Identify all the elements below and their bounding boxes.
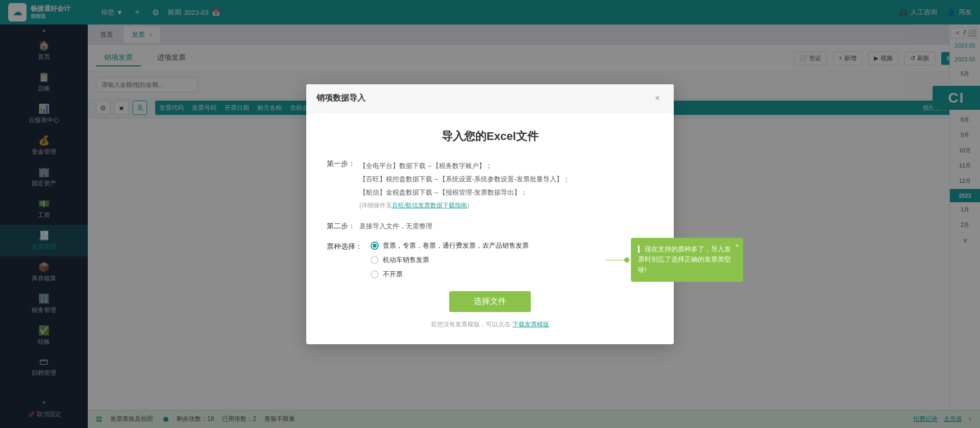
tooltip-bar	[638, 246, 640, 253]
step1-link-prefix: (详细操作见	[359, 202, 392, 209]
tooltip-bubble: 现在支持的票种多了，导入发票时别忘了选择正确的发票类型呀! ×	[631, 237, 743, 281]
radio-normal-circle	[371, 242, 379, 250]
step-2-row: 第二步： 直接导入文件，无需整理	[327, 222, 653, 231]
radio-motor-label: 机动车销售发票	[383, 255, 429, 265]
ticket-label: 票种选择：	[327, 242, 362, 251]
radio-group: 普票，专票，卷票，通行费发票，农产品销售发票 机动车销售发票	[371, 241, 529, 279]
step2-label: 第二步：	[327, 222, 355, 231]
footer-text-prefix: 若您没有发票模版，可以点击	[431, 321, 510, 328]
step1-line1: 【全电平台】数据下载→【税务数字账户】；	[359, 159, 570, 173]
modal-file-title: 导入您的Excel文件	[327, 129, 653, 144]
tooltip-dot	[624, 257, 629, 263]
step-1-row: 第一步： 【全电平台】数据下载→【税务数字账户】； 【百旺】税控盘数据下载→【系…	[327, 159, 653, 211]
step1-link: (详细操作见百旺/航信发票数据下载指南)	[359, 199, 570, 211]
radio-motor-circle	[371, 256, 379, 264]
radio-none-circle	[371, 270, 379, 278]
tooltip-text: 现在支持的票种多了，导入发票时别忘了选择正确的发票类型呀!	[638, 245, 731, 274]
ticket-section: 票种选择： 普票，专票，卷票，通行费发票，农产品销售发票 机动车销售	[327, 241, 653, 279]
modal-title: 销项数据导入	[316, 93, 365, 104]
radio-normal[interactable]: 普票，专票，卷票，通行费发票，农产品销售发票	[371, 241, 529, 250]
download-template-link[interactable]: 下载发票模版	[512, 321, 549, 328]
step1-line2: 【百旺】税控盘数据下载→【系统设置-系统参数设置-发票批量导入】；	[359, 173, 570, 186]
modal-select-btn-area: 选择文件	[327, 291, 653, 312]
step2-text: 直接导入文件，无需整理	[359, 222, 432, 231]
modal-footer-text: 若您没有发票模版，可以点击 下载发票模版	[327, 320, 653, 329]
radio-none-label: 不开票	[383, 270, 403, 279]
step1-link-suffix: )	[467, 202, 469, 209]
modal-dialog: 销项数据导入 × 导入您的Excel文件 第一步： 【全电平台】数据下载→【税务…	[306, 84, 674, 344]
radio-none[interactable]: 不开票	[371, 270, 529, 279]
modal-header: 销项数据导入 ×	[306, 84, 674, 113]
modal-body: 导入您的Excel文件 第一步： 【全电平台】数据下载→【税务数字账户】； 【百…	[306, 113, 674, 344]
radio-normal-dot	[373, 244, 377, 248]
step1-line3: 【航信】金税盘数据下载→【报税管理-发票数据导出】；	[359, 186, 570, 199]
step1-label: 第一步：	[327, 159, 355, 211]
modal-overlay[interactable]: 销项数据导入 × 导入您的Excel文件 第一步： 【全电平台】数据下载→【税务…	[0, 0, 980, 428]
tooltip-connector	[605, 260, 626, 260]
tooltip-close[interactable]: ×	[736, 241, 739, 250]
radio-motor[interactable]: 机动车销售发票 现在支持的票种多了，导入发票时别忘了选择正确的发票类型呀! ×	[371, 255, 529, 265]
modal-close-button[interactable]: ×	[651, 92, 664, 105]
step1-content: 【全电平台】数据下载→【税务数字账户】； 【百旺】税控盘数据下载→【系统设置-系…	[359, 159, 570, 211]
select-file-button[interactable]: 选择文件	[449, 291, 531, 312]
radio-normal-label: 普票，专票，卷票，通行费发票，农产品销售发票	[383, 241, 529, 250]
download-guide-link[interactable]: 百旺/航信发票数据下载指南	[392, 202, 467, 209]
